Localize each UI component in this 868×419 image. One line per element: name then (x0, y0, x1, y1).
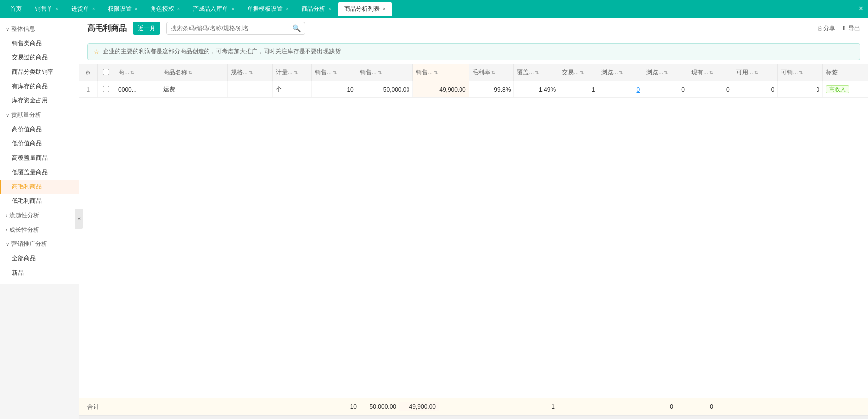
col-checkbox[interactable] (97, 64, 115, 81)
close-icon[interactable]: × (286, 6, 289, 12)
sidebar-item-in-stock[interactable]: 有库存的商品 (0, 79, 79, 93)
page-title: 高毛利商品 (87, 23, 127, 34)
sort-icon: ⇅ (188, 70, 192, 75)
sort-icon: ⇅ (491, 70, 495, 75)
content-area: 高毛利商品 近一月 🔍 ⎘ 分享 ⬆ 导出 ☆ 企业的主要的利润都是这部分商品创… (79, 18, 868, 419)
col-available-stock[interactable]: 可用... ⇅ (733, 64, 778, 81)
select-all-checkbox[interactable] (103, 69, 109, 75)
search-input[interactable] (171, 25, 292, 32)
cell-views1[interactable]: 0 (598, 81, 643, 98)
sidebar-item-sales-goods[interactable]: 销售类商品 (0, 36, 79, 50)
footer-available-stock: 0 (676, 403, 716, 410)
sidebar-item-low-value[interactable]: 低价值商品 (0, 137, 79, 151)
sort-icon: ⇅ (799, 70, 803, 75)
share-button[interactable]: ⎘ 分享 (818, 24, 835, 33)
header-actions: ⎘ 分享 ⬆ 导出 (818, 24, 860, 33)
col-current-stock[interactable]: 现有... ⇅ (688, 64, 733, 81)
sidebar-item-low-coverage[interactable]: 低覆盖量商品 (0, 165, 79, 180)
tab-product-analysis-list[interactable]: 商品分析列表 × (338, 2, 392, 16)
sidebar-group-growth[interactable]: › 成长性分析 (0, 223, 79, 237)
footer-sales-profit: 49,900.00 (399, 402, 439, 411)
table-body: 1 0000... 运费 个 10 50,000.00 49,900.00 99… (79, 81, 868, 98)
footer-trade-count: 1 (518, 403, 558, 410)
tab-template[interactable]: 单据模板设置 × (241, 2, 295, 16)
export-button[interactable]: ⬆ 导出 (841, 24, 860, 33)
col-sales-profit[interactable]: 销售... ⇅ (413, 64, 469, 81)
sidebar-collapse-button[interactable]: « (75, 209, 83, 229)
sort-icon: ⇅ (378, 70, 382, 75)
col-settings[interactable]: ⚙ (79, 64, 97, 81)
sidebar-item-traded-goods[interactable]: 交易过的商品 (0, 50, 79, 65)
close-icon[interactable]: × (231, 6, 234, 12)
close-icon[interactable]: × (177, 6, 180, 12)
search-icon[interactable]: 🔍 (292, 24, 301, 32)
sidebar-group-trend[interactable]: › 流趋性分析 (0, 208, 79, 223)
table-header-row: ⚙ 商... ⇅ 商品名称 (79, 64, 868, 81)
sidebar-item-high-margin[interactable]: 高毛利商品 (0, 180, 79, 194)
sidebar-item-stock-capital[interactable]: 库存资金占用 (0, 93, 79, 108)
col-coverage[interactable]: 覆盖... ⇅ (514, 64, 559, 81)
col-views1[interactable]: 浏览... ⇅ (598, 64, 643, 81)
col-name[interactable]: 商品名称 ⇅ (160, 64, 227, 81)
close-icon[interactable]: × (55, 6, 58, 12)
sort-icon: ⇅ (619, 70, 623, 75)
col-tag[interactable]: 标签 (823, 64, 868, 81)
col-spec[interactable]: 规格... ⇅ (227, 64, 272, 81)
table-footer: 合计： 10 50,000.00 49,900.00 1 0 0 (79, 398, 868, 415)
col-gross-margin[interactable]: 毛利率 ⇅ (469, 64, 514, 81)
col-sellable-stock[interactable]: 可销... ⇅ (778, 64, 823, 81)
cell-gross-margin: 99.8% (469, 81, 514, 98)
bottom-scrollbar[interactable] (79, 415, 868, 419)
tab-purchase[interactable]: 进货单 × (65, 2, 101, 16)
sidebar-group-contribution[interactable]: ∨ 贡献量分析 (0, 108, 79, 122)
data-table: ⚙ 商... ⇅ 商品名称 (79, 64, 868, 98)
sidebar-item-high-value[interactable]: 高价值商品 (0, 122, 79, 137)
sidebar-item-high-coverage[interactable]: 高覆盖量商品 (0, 151, 79, 165)
sidebar-item-new-goods[interactable]: 新品 (0, 266, 79, 280)
table-container[interactable]: ⚙ 商... ⇅ 商品名称 (79, 64, 868, 398)
cell-tag: 高收入 (823, 81, 868, 98)
sort-icon: ⇅ (130, 70, 134, 75)
arrow-icon: ∨ (6, 26, 9, 32)
close-icon[interactable]: × (135, 6, 138, 12)
cell-current-stock: 0 (688, 81, 733, 98)
col-unit[interactable]: 计量... ⇅ (272, 64, 311, 81)
cell-spec (227, 81, 272, 98)
tab-product-analysis[interactable]: 商品分析 × (296, 2, 337, 16)
sidebar-group-overall[interactable]: ∨ 整体信息 (0, 22, 79, 36)
close-icon[interactable]: × (92, 6, 95, 12)
close-icon[interactable]: × (328, 6, 331, 12)
close-all-button[interactable]: × (859, 4, 863, 13)
sidebar-group-marketing[interactable]: ∨ 营销推广分析 (0, 237, 79, 251)
sidebar: ∨ 整体信息 销售类商品 交易过的商品 商品分类助销率 有库存的商品 库存资金占… (0, 18, 79, 284)
cell-checkbox[interactable] (97, 81, 115, 98)
col-sales-amount[interactable]: 销售... ⇅ (357, 64, 412, 81)
tab-product-stock[interactable]: 产成品入库单 × (187, 2, 240, 16)
tab-permissions[interactable]: 权限设置 × (102, 2, 144, 16)
sort-icon: ⇅ (333, 70, 337, 75)
tab-home[interactable]: 首页 (4, 2, 28, 16)
cell-trade-count: 1 (559, 81, 598, 98)
cell-sales-qty: 10 (312, 81, 357, 98)
sort-icon: ⇅ (535, 70, 539, 75)
col-trade-count[interactable]: 交易... ⇅ (559, 64, 598, 81)
tab-sales[interactable]: 销售单 × (29, 2, 64, 16)
arrow-icon: › (6, 213, 7, 218)
cell-sellable-stock: 0 (778, 81, 823, 98)
col-sales-qty[interactable]: 销售... ⇅ (312, 64, 357, 81)
col-code[interactable]: 商... ⇅ (115, 64, 160, 81)
close-icon[interactable]: × (383, 6, 386, 12)
cell-sales-amount: 50,000.00 (357, 81, 412, 98)
arrow-icon: ∨ (6, 112, 9, 118)
info-banner: ☆ 企业的主要的利润都是这部分商品创造的，可考虑加大推广，同时关注库存是不要出现… (87, 43, 860, 60)
cell-unit: 个 (272, 81, 311, 98)
sidebar-item-category-rate[interactable]: 商品分类助销率 (0, 65, 79, 79)
sidebar-item-all-goods[interactable]: 全部商品 (0, 251, 79, 266)
filter-recent-month-button[interactable]: 近一月 (133, 22, 160, 35)
export-icon: ⬆ (841, 25, 846, 32)
arrow-icon: › (6, 227, 7, 233)
col-views2[interactable]: 浏览... ⇅ (643, 64, 688, 81)
sidebar-item-low-margin[interactable]: 低毛利商品 (0, 194, 79, 208)
sort-icon: ⇅ (580, 70, 584, 75)
tab-roles[interactable]: 角色授权 × (145, 2, 186, 16)
